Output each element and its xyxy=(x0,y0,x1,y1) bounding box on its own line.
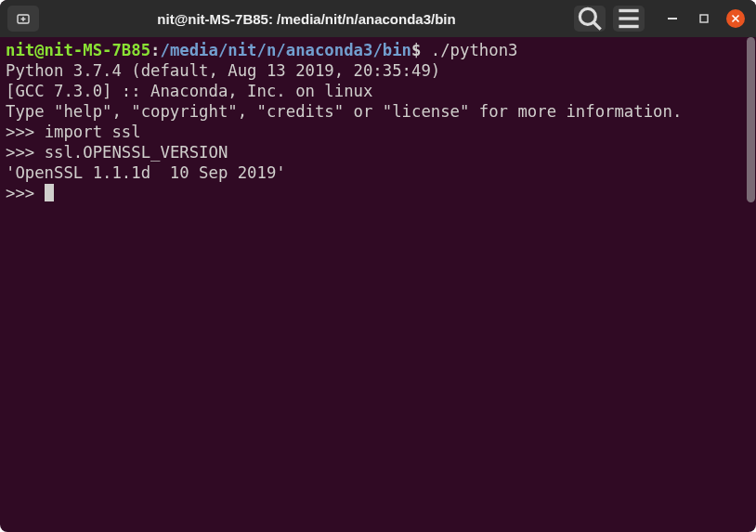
minimize-icon xyxy=(667,18,678,19)
scrollbar-thumb[interactable] xyxy=(747,37,755,202)
python-banner-3: Type "help", "copyright", "credits" or "… xyxy=(6,101,750,122)
close-button[interactable] xyxy=(726,9,745,28)
maximize-icon xyxy=(698,13,710,24)
repl-line-1: >>> import ssl xyxy=(6,122,750,142)
terminal-window: nit@nit-MS-7B85: /media/nit/n/anaconda3/… xyxy=(0,0,756,532)
terminal-body[interactable]: nit@nit-MS-7B85:/media/nit/n/anaconda3/b… xyxy=(0,37,756,532)
new-tab-icon xyxy=(16,11,31,26)
menu-button[interactable] xyxy=(613,6,645,32)
prompt-user-host: nit@nit-MS-7B85 xyxy=(6,41,150,59)
window-title: nit@nit-MS-7B85: /media/nit/n/anaconda3/… xyxy=(46,11,567,27)
repl-prompt: >>> xyxy=(6,184,45,202)
window-controls xyxy=(663,9,745,28)
repl-input-1: import ssl xyxy=(45,123,141,141)
repl-output: 'OpenSSL 1.1.1d 10 Sep 2019' xyxy=(6,162,750,183)
minimize-button[interactable] xyxy=(663,9,682,28)
repl-cursor-line: >>> xyxy=(6,183,750,203)
shell-command: ./python3 xyxy=(431,41,518,59)
cursor xyxy=(45,184,54,201)
prompt-symbol: $ xyxy=(411,41,421,59)
shell-prompt-line: nit@nit-MS-7B85:/media/nit/n/anaconda3/b… xyxy=(6,40,750,60)
titlebar: nit@nit-MS-7B85: /media/nit/n/anaconda3/… xyxy=(0,0,756,37)
svg-rect-9 xyxy=(700,15,708,22)
prompt-path: /media/nit/n/anaconda3/bin xyxy=(160,41,411,59)
close-icon xyxy=(730,13,741,24)
repl-prompt: >>> xyxy=(6,123,45,141)
svg-point-3 xyxy=(580,8,595,24)
repl-prompt: >>> xyxy=(6,143,45,162)
search-button[interactable] xyxy=(574,6,606,32)
new-tab-button[interactable] xyxy=(7,6,39,32)
python-banner-1: Python 3.7.4 (default, Aug 13 2019, 20:3… xyxy=(6,60,750,81)
prompt-separator: : xyxy=(150,41,160,59)
hamburger-icon xyxy=(613,3,645,34)
python-banner-2: [GCC 7.3.0] :: Anaconda, Inc. on linux xyxy=(6,81,750,101)
svg-line-4 xyxy=(593,22,600,29)
repl-input-2: ssl.OPENSSL_VERSION xyxy=(45,143,228,162)
svg-rect-8 xyxy=(668,18,677,19)
search-icon xyxy=(574,3,606,34)
repl-line-2: >>> ssl.OPENSSL_VERSION xyxy=(6,142,750,162)
maximize-button[interactable] xyxy=(695,9,713,28)
